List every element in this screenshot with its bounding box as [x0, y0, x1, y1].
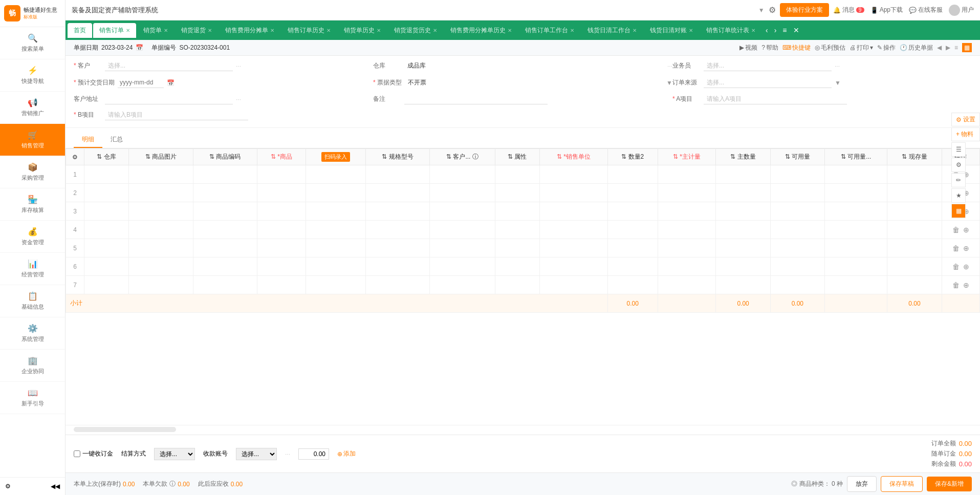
dots-icon[interactable]: ··· — [285, 450, 290, 458]
sidebar-settings-icon[interactable]: ⚙ — [5, 483, 11, 490]
tab-close-icon[interactable]: ✕ — [377, 28, 381, 33]
tab-menu-button[interactable]: ≡ — [779, 25, 790, 35]
view-action[interactable]: ▶ 视频 — [739, 44, 757, 52]
sidebar-item-quick-nav[interactable]: ⚡ 快捷导航 — [0, 59, 65, 92]
tab-home[interactable]: 首页 — [68, 23, 92, 38]
tab-sales-order-history[interactable]: 销售订单历史 ✕ — [281, 23, 337, 38]
dropdown-arrow-icon[interactable]: ▼ — [758, 7, 765, 14]
tab-sales-return[interactable]: 销货退货 ✕ — [175, 23, 218, 38]
print-action[interactable]: 🖨 打印 ▾ — [850, 44, 873, 52]
customer-input[interactable] — [105, 60, 233, 71]
tab-close-icon[interactable]: ✕ — [633, 28, 637, 33]
tab-sales-fee[interactable]: 销售费用分摊单 ✕ — [219, 23, 280, 38]
operation-action[interactable]: ✎ 操作 — [877, 44, 896, 52]
delete-row-button[interactable]: 🗑 — [951, 262, 961, 272]
industry-solution-button[interactable]: 体验行业方案 — [780, 3, 829, 17]
sidebar-item-base-info[interactable]: 📋 基础信息 — [0, 285, 65, 317]
right-panel-btn2[interactable]: ⚙ — [951, 158, 966, 172]
order-source-input[interactable] — [704, 77, 832, 88]
add-material-btn[interactable]: + 物料 — [951, 127, 980, 141]
b-project-input[interactable] — [105, 110, 248, 120]
tab-close-icon[interactable]: ✕ — [126, 28, 130, 33]
tab-return-history[interactable]: 销货退货历史 ✕ — [388, 23, 443, 38]
one-click-checkbox-label[interactable]: 一键收订金 — [74, 449, 113, 458]
col-settings[interactable]: ⚙ — [66, 149, 84, 165]
invoice-type-dropdown-icon[interactable]: ▼ — [666, 79, 672, 87]
add-button[interactable]: ⊕ 添加 — [337, 449, 356, 458]
user-item[interactable]: 用户 — [949, 5, 974, 16]
sidebar-collapse-icon[interactable]: ◀◀ — [51, 483, 60, 490]
row-image[interactable] — [129, 165, 193, 184]
tab-close-all-button[interactable]: ✕ — [790, 25, 802, 35]
profit-action[interactable]: ◎ 毛利预估 — [815, 44, 845, 52]
tab-close-icon[interactable]: ✕ — [570, 28, 574, 33]
row-main-qty[interactable] — [716, 165, 770, 184]
settings-btn[interactable]: ⚙ 设置 — [951, 113, 980, 126]
save-draft-button[interactable]: 保存草稿 — [881, 476, 923, 492]
customer-dots[interactable]: ··· — [236, 62, 241, 70]
delete-row-button[interactable]: 🗑 — [951, 243, 961, 253]
nav-next-icon[interactable]: ▶ — [946, 44, 950, 51]
sidebar-item-operations[interactable]: 📊 经营管理 — [0, 253, 65, 285]
address-dots[interactable]: ··· — [236, 96, 241, 103]
tab-close-icon[interactable]: ✕ — [433, 28, 437, 33]
scan-button[interactable]: 扫码录入 — [321, 152, 350, 162]
calendar-icon[interactable]: 📅 — [136, 44, 143, 51]
right-panel-btn5[interactable]: ▦ — [951, 204, 966, 218]
sidebar-item-purchase[interactable]: 📦 采购管理 — [0, 156, 65, 188]
warehouse-dots[interactable]: ··· — [667, 62, 672, 70]
sidebar-item-finance[interactable]: 💰 资金管理 — [0, 221, 65, 253]
nav-prev-icon[interactable]: ◀ — [937, 44, 942, 51]
delivery-date-input[interactable] — [118, 77, 164, 88]
settings-icon[interactable]: ⚙ — [769, 5, 776, 15]
tab-stats[interactable]: 销售订单统计表 ✕ — [700, 23, 761, 38]
help-action[interactable]: ? 帮助 — [761, 44, 778, 52]
row-sku[interactable] — [193, 165, 257, 184]
col-scan[interactable]: 扫码录入 — [306, 149, 365, 165]
row-available2[interactable] — [825, 165, 887, 184]
history-action[interactable]: 🕐 历史单据 — [900, 44, 933, 52]
copy-row-button[interactable]: ⊕ — [962, 262, 970, 272]
tab-close-icon[interactable]: ✕ — [689, 28, 693, 33]
detail-tab-summary[interactable]: 汇总 — [102, 132, 131, 148]
row-customer[interactable] — [430, 165, 495, 184]
row-attr[interactable] — [495, 165, 539, 184]
right-panel-btn4[interactable]: ★ — [951, 188, 966, 203]
copy-row-button[interactable]: ⊕ — [962, 280, 970, 290]
right-panel-btn3[interactable]: ✏ — [951, 173, 966, 187]
row-product[interactable] — [257, 165, 306, 184]
row-unit[interactable] — [539, 165, 607, 184]
list-view-icon[interactable]: ≡ — [954, 44, 958, 51]
order-source-dropdown-icon[interactable]: ▼ — [835, 79, 841, 87]
tab-next-button[interactable]: › — [771, 25, 780, 35]
row-main-unit[interactable] — [658, 165, 716, 184]
tab-sales-order[interactable]: 销售订单 ✕ — [93, 23, 136, 38]
a-project-input[interactable] — [704, 94, 847, 104]
tab-goods-history[interactable]: 销货单历史 ✕ — [338, 23, 387, 38]
row-spec[interactable] — [365, 165, 430, 184]
tab-fee-history[interactable]: 销售费用分摊单历史 ✕ — [444, 23, 518, 38]
row-warehouse[interactable] — [84, 165, 129, 184]
row-available[interactable] — [770, 165, 824, 184]
salesperson-dots[interactable]: ··· — [835, 62, 840, 70]
salesperson-input[interactable] — [704, 60, 832, 71]
notes-input[interactable] — [404, 94, 548, 104]
shortcut-action[interactable]: ⌨ 快捷键 — [782, 44, 811, 52]
tab-prev-button[interactable]: ‹ — [763, 25, 771, 35]
tab-order-workbench[interactable]: 销售订单工作台 ✕ — [519, 23, 580, 38]
row-stock[interactable] — [887, 165, 942, 184]
payment-select[interactable]: 选择... — [154, 448, 195, 460]
save-new-button[interactable]: 保存&新增 — [927, 477, 972, 491]
tab-close-icon[interactable]: ✕ — [326, 28, 331, 33]
tab-close-icon[interactable]: ✕ — [508, 28, 512, 33]
sidebar-item-system[interactable]: ⚙️ 系统管理 — [0, 317, 65, 350]
sidebar-item-enterprise[interactable]: 🏢 企业协同 — [0, 350, 65, 382]
tab-close-icon[interactable]: ✕ — [208, 28, 212, 33]
sidebar-item-marketing[interactable]: 📢 营销推广 — [0, 92, 65, 124]
copy-row-button[interactable]: ⊕ — [962, 225, 970, 235]
account-select[interactable]: 选择... — [236, 448, 277, 460]
scrollbar-area[interactable] — [66, 425, 980, 435]
notification-item[interactable]: 🔔 消息 9 — [833, 6, 864, 14]
address-input[interactable] — [105, 94, 233, 104]
app-download-item[interactable]: 📱 App下载 — [870, 6, 903, 14]
